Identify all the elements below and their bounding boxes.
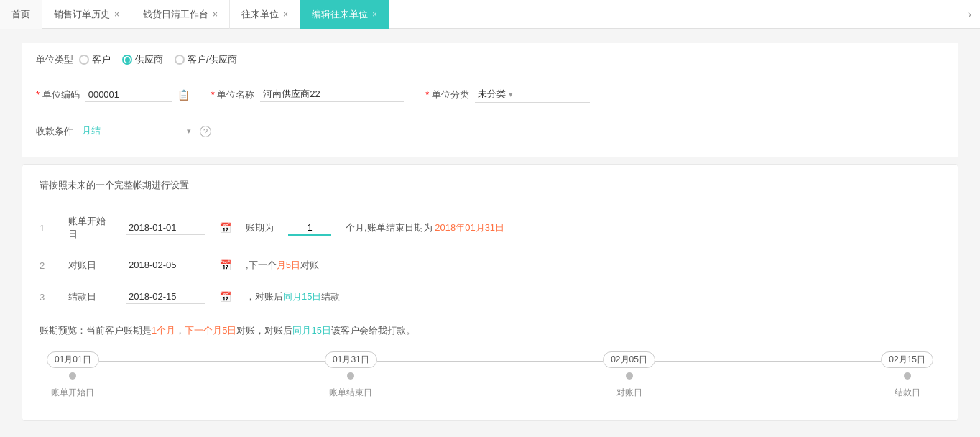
payment-terms-select[interactable]: 月结 ▾ (79, 123, 194, 139)
tab-partner-close[interactable]: × (283, 9, 288, 19)
step-date-2[interactable] (126, 258, 205, 272)
unit-category-value: 未分类 (478, 88, 506, 101)
step-num-3: 3 (40, 292, 54, 303)
settings-card: 请按照未来的一个完整帐期进行设置 1 账单开始日 📅 账期为 个月,账单结束日期… (22, 164, 958, 421)
tab-cash-close[interactable]: × (213, 9, 218, 19)
form-section: 单位类型 客户 供应商 客户/供应商 (22, 43, 958, 157)
preview-mid1: ， (175, 325, 185, 336)
radio-customer-label: 客户 (92, 53, 111, 66)
step-label-2: 对账日 (68, 259, 111, 272)
payment-terms-arrow: ▾ (187, 126, 191, 136)
period-end-date: 2018年01月31日 (435, 222, 504, 233)
step-date-1[interactable] (126, 221, 205, 235)
step-cal-3[interactable]: 📅 (219, 291, 231, 303)
timeline-node-2: 01月31日 账单结束日 (325, 351, 377, 399)
tab-home[interactable]: 首页 (0, 0, 42, 29)
unit-type-row: 单位类型 客户 供应商 客户/供应商 (22, 43, 958, 76)
unit-code-icon[interactable]: 📋 (177, 89, 190, 101)
timeline-label-2: 账单结束日 (329, 387, 372, 399)
step-num-2: 2 (40, 260, 54, 271)
period-input[interactable] (288, 221, 331, 236)
tab-sales-order-history[interactable]: 销售订单历史 × (42, 0, 131, 29)
tab-chevron[interactable]: › (959, 8, 980, 21)
radio-supplier-circle (122, 55, 132, 65)
tab-sales-close[interactable]: × (114, 9, 119, 19)
timeline-date-4: 02月15日 (881, 351, 933, 368)
payment-terms-label: 收款条件 (36, 125, 73, 138)
unit-name-input[interactable] (260, 88, 404, 102)
step-date-3[interactable] (126, 290, 205, 304)
payment-row: 收款条件 月结 ▾ ? (22, 113, 958, 150)
step-cal-1[interactable]: 📅 (219, 222, 231, 234)
timeline-label-3: 对账日 (616, 387, 642, 399)
preview-part3: 同月15日 (292, 325, 330, 336)
radio-both-circle (175, 55, 185, 65)
preview-prefix: 账期预览：当前客户账期是 (40, 325, 152, 336)
tabs-bar: 首页 销售订单历史 × 钱货日清工作台 × 往来单位 × 编辑往来单位 × › (0, 0, 980, 29)
unit-code-field: 单位编码 📋 (36, 88, 190, 102)
tab-edit-label: 编辑往来单位 (312, 8, 368, 21)
timeline-line-2 (377, 361, 603, 362)
radio-customer-circle (79, 55, 89, 65)
radio-supplier[interactable]: 供应商 (122, 53, 163, 66)
unit-type-field: 单位类型 客户 供应商 客户/供应商 (36, 53, 237, 66)
payment-terms-value: 月结 (82, 124, 184, 137)
timeline: 01月01日 账单开始日 01月31日 账单结束日 02月05日 对账日 02月… (40, 351, 940, 406)
radio-supplier-label: 供应商 (135, 53, 163, 66)
step-row-3: 3 结款日 📅 ，对账后同月15日结款 (40, 281, 940, 313)
step-row-1: 1 账单开始日 📅 账期为 个月,账单结束日期为 2018年01月31日 (40, 206, 940, 249)
unit-type-radio-group: 客户 供应商 客户/供应商 (79, 53, 237, 66)
step-num-1: 1 (40, 223, 54, 234)
content-area: 单位类型 客户 供应商 客户/供应商 (0, 29, 980, 437)
timeline-date-3: 02月05日 (603, 351, 655, 368)
preview-section: 账期预览：当前客户账期是1个月，下一个月5日对账，对账后同月15日该客户会给我打… (40, 313, 940, 351)
preview-mid2: 对账，对账后 (236, 325, 292, 336)
step-label-1: 账单开始日 (68, 215, 111, 241)
radio-both[interactable]: 客户/供应商 (175, 53, 237, 66)
card-title: 请按照未来的一个完整帐期进行设置 (40, 179, 940, 192)
timeline-line-1 (99, 361, 325, 362)
tab-home-label: 首页 (11, 8, 30, 21)
unit-category-dropdown[interactable]: 未分类 ▾ (475, 86, 590, 103)
tab-edit-close[interactable]: × (372, 9, 377, 19)
unit-name-label: 单位名称 (211, 88, 255, 101)
tab-sales-label: 销售订单历史 (54, 8, 110, 21)
unit-type-label: 单位类型 (36, 53, 73, 66)
payment-terms-field: 收款条件 月结 ▾ ? (36, 123, 211, 139)
step-desc-2: ,下一个月5日对账 (246, 259, 319, 272)
timeline-date-2: 01月31日 (325, 351, 377, 368)
timeline-node-4: 02月15日 结款日 (881, 351, 933, 399)
unit-category-arrow: ▾ (509, 90, 513, 99)
step-period-suffix: 个月,账单结束日期为 2018年01月31日 (346, 221, 504, 234)
unit-code-input[interactable] (85, 88, 172, 102)
timeline-node-1: 01月01日 账单开始日 (47, 351, 99, 399)
payment-help-icon[interactable]: ? (200, 126, 211, 137)
unit-code-label: 单位编码 (36, 88, 80, 101)
radio-customer[interactable]: 客户 (79, 53, 111, 66)
preview-part2: 下一个月5日 (185, 325, 236, 336)
step-period-prefix: 账期为 (246, 221, 274, 234)
code-name-row: 单位编码 📋 单位名称 单位分类 未分类 ▾ (22, 76, 958, 113)
timeline-date-1: 01月01日 (47, 351, 99, 368)
step-cal-2[interactable]: 📅 (219, 259, 231, 271)
step-label-3: 结款日 (68, 290, 111, 303)
preview-suffix: 该客户会给我打款。 (331, 325, 415, 336)
timeline-line-3 (655, 361, 881, 362)
step-desc-3: ，对账后同月15日结款 (246, 290, 340, 303)
tab-edit-partner[interactable]: 编辑往来单位 × (300, 0, 389, 29)
tab-partner-units[interactable]: 往来单位 × (230, 0, 300, 29)
unit-category-label: 单位分类 (425, 88, 469, 101)
radio-both-label: 客户/供应商 (188, 53, 237, 66)
timeline-node-3: 02月05日 对账日 (603, 351, 655, 399)
timeline-label-1: 账单开始日 (51, 387, 94, 399)
step-row-2: 2 对账日 📅 ,下一个月5日对账 (40, 249, 940, 281)
unit-name-field: 单位名称 (211, 88, 405, 102)
timeline-label-4: 结款日 (895, 387, 920, 399)
tab-cash-label: 钱货日清工作台 (143, 8, 208, 21)
preview-part1: 1个月 (152, 325, 175, 336)
tab-partner-label: 往来单位 (241, 8, 279, 21)
tab-cash-work[interactable]: 钱货日清工作台 × (131, 0, 230, 29)
unit-category-field: 单位分类 未分类 ▾ (425, 86, 590, 103)
